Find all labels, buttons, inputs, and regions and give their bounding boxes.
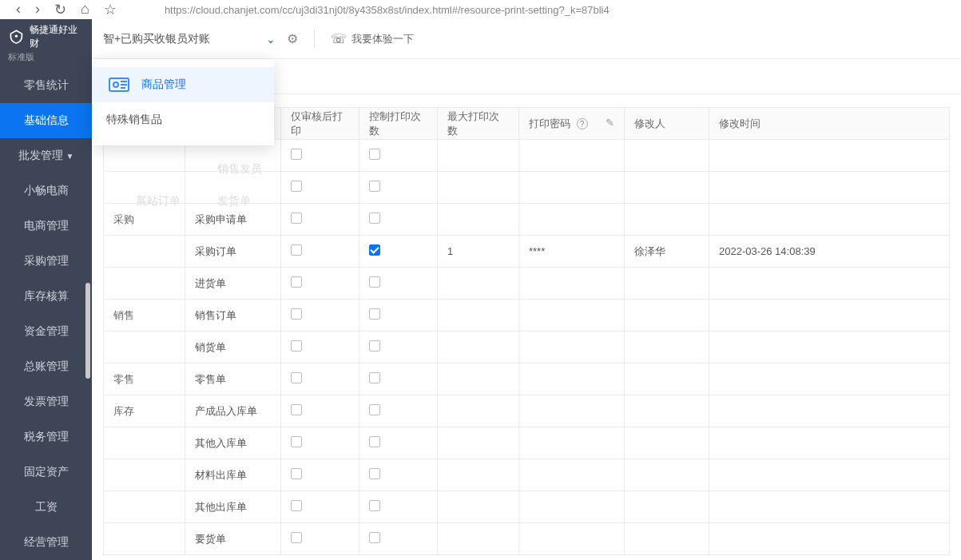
table-row: 库存产成品入库单 [104, 395, 950, 427]
cell-max [438, 395, 519, 427]
sidebar-item-1[interactable]: 基础信息 [0, 103, 92, 138]
cell-doc: 其他出库单 [185, 491, 281, 523]
cell-password [519, 332, 625, 363]
sidebar-item-2[interactable]: 批发管理▼ [0, 138, 92, 173]
cell-doc: 材料出库单 [185, 459, 281, 491]
cell-category [104, 268, 185, 300]
cell-max [438, 523, 519, 555]
table-row: 其他入库单 [104, 427, 950, 459]
cell-modifier [625, 427, 709, 459]
audit-checkbox[interactable] [291, 404, 302, 415]
ctrl-checkbox[interactable] [369, 308, 380, 320]
gear-icon[interactable]: ⚙ [287, 31, 298, 46]
home-icon[interactable]: ⌂ [81, 1, 89, 18]
ctrl-checkbox[interactable] [369, 468, 380, 479]
org-selector[interactable]: 智+已购买收银员对账 ⌄ [103, 32, 279, 46]
ctrl-checkbox[interactable] [369, 404, 380, 415]
table-container: 仅审核后打印 控制打印次数 最大打印次数 打印密码 ? ✎ 修改人 修改时间 采… [92, 94, 961, 560]
sidebar-item-6[interactable]: 库存核算 [0, 279, 92, 314]
cell-max [438, 332, 519, 363]
ctrl-checkbox[interactable] [369, 276, 380, 288]
ctrl-checkbox[interactable] [369, 436, 380, 447]
ctrl-checkbox[interactable] [369, 340, 380, 351]
audit-checkbox[interactable] [291, 276, 302, 288]
print-settings-table: 仅审核后打印 控制打印次数 最大打印次数 打印密码 ? ✎ 修改人 修改时间 采… [103, 107, 950, 555]
audit-checkbox[interactable] [291, 468, 302, 479]
table-row: 销售销售订单 [104, 300, 950, 332]
sidebar-item-7[interactable]: 资金管理 [0, 314, 92, 349]
col-header-modifier: 修改人 [625, 108, 709, 140]
cell-modifier [625, 459, 709, 491]
audit-checkbox[interactable] [291, 308, 302, 320]
cell-time [709, 140, 950, 172]
sidebar-item-4[interactable]: 电商管理 [0, 209, 92, 244]
brand-edition: 标准版 [0, 51, 92, 63]
cell-password [519, 491, 625, 523]
ctrl-checkbox[interactable] [369, 212, 380, 224]
help-icon[interactable]: ? [577, 118, 588, 129]
cell-modifier: 徐泽华 [625, 236, 709, 268]
cell-password [519, 204, 625, 236]
audit-checkbox[interactable] [291, 500, 302, 511]
sidebar-item-12[interactable]: 工资 [0, 490, 92, 525]
cell-ctrl [359, 363, 438, 395]
flyout-item-1[interactable]: 特殊销售品 [92, 102, 274, 137]
sidebar-item-8[interactable]: 总账管理 [0, 349, 92, 384]
edit-icon[interactable]: ✎ [606, 117, 614, 129]
forward-icon[interactable]: › [35, 1, 40, 18]
logo-icon [8, 28, 25, 46]
cell-doc: 采购申请单 [185, 204, 281, 236]
table-row: 采购采购申请单 [104, 204, 950, 236]
cell-time [709, 332, 950, 363]
cell-time [709, 395, 950, 427]
audit-checkbox[interactable] [291, 244, 302, 256]
star-icon[interactable]: ☆ [104, 1, 117, 18]
cell-time: 2022-03-26 14:08:39 [709, 236, 950, 268]
sidebar-item-3[interactable]: 小畅电商 [0, 173, 92, 209]
sidebar-item-10[interactable]: 税务管理 [0, 419, 92, 455]
sidebar-item-11[interactable]: 固定资产 [0, 455, 92, 490]
cell-audit [281, 300, 359, 332]
separator [314, 30, 315, 48]
cell-modifier [625, 268, 709, 300]
audit-checkbox[interactable] [291, 436, 302, 447]
sidebar-item-5[interactable]: 采购管理 [0, 244, 92, 279]
cell-doc: 其他入库单 [185, 427, 281, 459]
cell-ctrl [359, 332, 438, 363]
sidebar-item-9[interactable]: 发票管理 [0, 384, 92, 419]
sidebar-item-0[interactable]: 零售统计 [0, 68, 92, 103]
cell-ctrl [359, 140, 438, 172]
ctrl-checkbox[interactable] [369, 372, 380, 383]
cell-doc: 销售订单 [185, 300, 281, 332]
audit-checkbox[interactable] [291, 212, 302, 224]
ctrl-checkbox[interactable] [369, 500, 380, 511]
cell-category: 销售 [104, 300, 185, 332]
cell-ctrl [359, 523, 438, 555]
ctrl-checkbox[interactable] [369, 181, 380, 192]
headset-icon: ☏ [331, 31, 347, 46]
sidebar-scrollbar[interactable] [85, 283, 90, 379]
audit-checkbox[interactable] [291, 181, 302, 192]
ctrl-checkbox[interactable] [369, 532, 380, 543]
audit-checkbox[interactable] [291, 340, 302, 351]
audit-checkbox[interactable] [291, 149, 302, 160]
url-bar[interactable]: https://cloud.chanjet.com/cc/uj3di31nj0t… [165, 4, 610, 16]
cell-password [519, 395, 625, 427]
cell-max [438, 140, 519, 172]
ctrl-checkbox[interactable] [369, 244, 380, 256]
cell-time [709, 491, 950, 523]
cell-modifier [625, 172, 709, 204]
refresh-icon[interactable]: ↻ [54, 1, 66, 18]
cell-password [519, 268, 625, 300]
cell-password [519, 172, 625, 204]
audit-checkbox[interactable] [291, 372, 302, 383]
audit-checkbox[interactable] [291, 532, 302, 543]
cell-category [104, 491, 185, 523]
experience-link[interactable]: ☏ 我要体验一下 [331, 31, 414, 46]
sidebar-item-13[interactable]: 经营管理 [0, 525, 92, 560]
sidebar: 畅捷通好业财 标准版 零售统计基础信息批发管理▼小畅电商电商管理采购管理库存核算… [0, 19, 92, 560]
flyout-item-label: 商品管理 [141, 77, 186, 92]
flyout-item-0[interactable]: 商品管理 [92, 67, 274, 102]
ctrl-checkbox[interactable] [369, 149, 380, 160]
back-icon[interactable]: ‹ [16, 1, 21, 18]
